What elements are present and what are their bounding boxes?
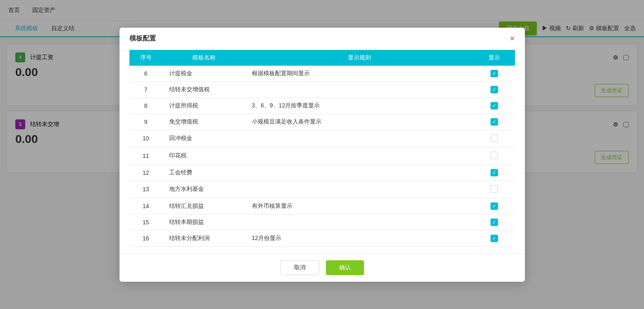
cell-rule xyxy=(245,130,474,147)
table-row: 9免交增值税小规模且满足收入条件显示 xyxy=(129,114,515,130)
checkbox-11[interactable] xyxy=(491,152,498,159)
cell-rule xyxy=(245,81,474,97)
table-row: 8计提所得税3、6、9、12月按季度显示 xyxy=(129,97,515,114)
modal-template-config: 模板配置 × 序号 模板名称 显示规则 显示 6计提税金根据模板配置期间显示7结… xyxy=(120,28,525,282)
col-header-id: 序号 xyxy=(129,50,163,66)
table-row: 16结转未分配利润12月份显示 xyxy=(129,230,515,246)
table-row: 12工会经费 xyxy=(129,164,515,181)
cell-rule xyxy=(245,147,474,164)
cell-id: 10 xyxy=(129,130,163,147)
col-header-rule: 显示规则 xyxy=(245,50,474,66)
cell-id: 7 xyxy=(129,81,163,97)
modal-close-button[interactable]: × xyxy=(510,34,515,43)
cell-rule: 小规模且满足收入条件显示 xyxy=(245,114,474,130)
cell-checkbox[interactable] xyxy=(474,198,515,214)
cell-checkbox[interactable] xyxy=(474,230,515,246)
col-header-name: 模板名称 xyxy=(163,50,245,66)
cancel-button[interactable]: 取消 xyxy=(280,260,319,275)
checkbox-9[interactable] xyxy=(491,118,498,126)
cell-checkbox[interactable] xyxy=(474,114,515,130)
cell-name: 计提税金 xyxy=(163,66,245,82)
modal-footer: 取消 确认 xyxy=(120,253,525,282)
cell-rule: 12月份显示 xyxy=(245,230,474,246)
modal-body: 序号 模板名称 显示规则 显示 6计提税金根据模板配置期间显示7结转未交增值税8… xyxy=(120,50,525,253)
checkbox-15[interactable] xyxy=(491,219,498,226)
cell-checkbox[interactable] xyxy=(474,147,515,164)
table-row: 7结转未交增值税 xyxy=(129,81,515,97)
cell-id: 6 xyxy=(129,66,163,82)
cell-checkbox[interactable] xyxy=(474,81,515,97)
cell-id: 16 xyxy=(129,230,163,246)
cell-name: 计提所得税 xyxy=(163,97,245,114)
cell-checkbox[interactable] xyxy=(474,181,515,198)
cell-name: 结转未分配利润 xyxy=(163,230,245,246)
cell-name: 结转本期损益 xyxy=(163,214,245,230)
table-row: 11印花税 xyxy=(129,147,515,164)
checkbox-6[interactable] xyxy=(491,70,498,77)
config-table: 序号 模板名称 显示规则 显示 6计提税金根据模板配置期间显示7结转未交增值税8… xyxy=(129,50,515,247)
table-head: 序号 模板名称 显示规则 显示 xyxy=(129,50,515,66)
checkbox-7[interactable] xyxy=(491,86,498,93)
checkbox-13[interactable] xyxy=(491,185,498,193)
modal-overlay: 模板配置 × 序号 模板名称 显示规则 显示 6计提税金根据模板配置期间显示7结… xyxy=(0,0,644,309)
cell-checkbox[interactable] xyxy=(474,97,515,114)
cell-name: 地方水利基金 xyxy=(163,181,245,198)
cell-rule: 有外币核算显示 xyxy=(245,198,474,214)
cell-name: 回冲税金 xyxy=(163,130,245,147)
checkbox-10[interactable] xyxy=(491,134,498,142)
cell-checkbox[interactable] xyxy=(474,164,515,181)
cell-rule: 根据模板配置期间显示 xyxy=(245,66,474,82)
table-row: 6计提税金根据模板配置期间显示 xyxy=(129,66,515,82)
cell-name: 结转汇兑损益 xyxy=(163,198,245,214)
cell-id: 15 xyxy=(129,214,163,230)
table-row: 14结转汇兑损益有外币核算显示 xyxy=(129,198,515,214)
cell-id: 12 xyxy=(129,164,163,181)
confirm-button[interactable]: 确认 xyxy=(326,260,364,275)
checkbox-8[interactable] xyxy=(491,102,498,109)
table-row: 10回冲税金 xyxy=(129,130,515,147)
cell-name: 工会经费 xyxy=(163,164,245,181)
modal-title: 模板配置 xyxy=(129,34,156,43)
table-body: 6计提税金根据模板配置期间显示7结转未交增值税8计提所得税3、6、9、12月按季… xyxy=(129,66,515,247)
checkbox-14[interactable] xyxy=(491,202,498,210)
table-row: 13地方水利基金 xyxy=(129,181,515,198)
cell-id: 11 xyxy=(129,147,163,164)
cell-checkbox[interactable] xyxy=(474,214,515,230)
cell-rule xyxy=(245,214,474,230)
cell-checkbox[interactable] xyxy=(474,66,515,82)
cell-id: 14 xyxy=(129,198,163,214)
cell-name: 印花税 xyxy=(163,147,245,164)
table-row: 15结转本期损益 xyxy=(129,214,515,230)
cell-checkbox[interactable] xyxy=(474,130,515,147)
checkbox-12[interactable] xyxy=(491,169,498,176)
modal-header: 模板配置 × xyxy=(120,28,525,50)
cell-id: 8 xyxy=(129,97,163,114)
cell-name: 免交增值税 xyxy=(163,114,245,130)
cell-rule xyxy=(245,164,474,181)
cell-rule xyxy=(245,181,474,198)
col-header-display: 显示 xyxy=(474,50,515,66)
cell-id: 9 xyxy=(129,114,163,130)
table-header-row: 序号 模板名称 显示规则 显示 xyxy=(129,50,515,66)
cell-rule: 3、6、9、12月按季度显示 xyxy=(245,97,474,114)
cell-id: 13 xyxy=(129,181,163,198)
checkbox-16[interactable] xyxy=(491,235,498,242)
cell-name: 结转未交增值税 xyxy=(163,81,245,97)
